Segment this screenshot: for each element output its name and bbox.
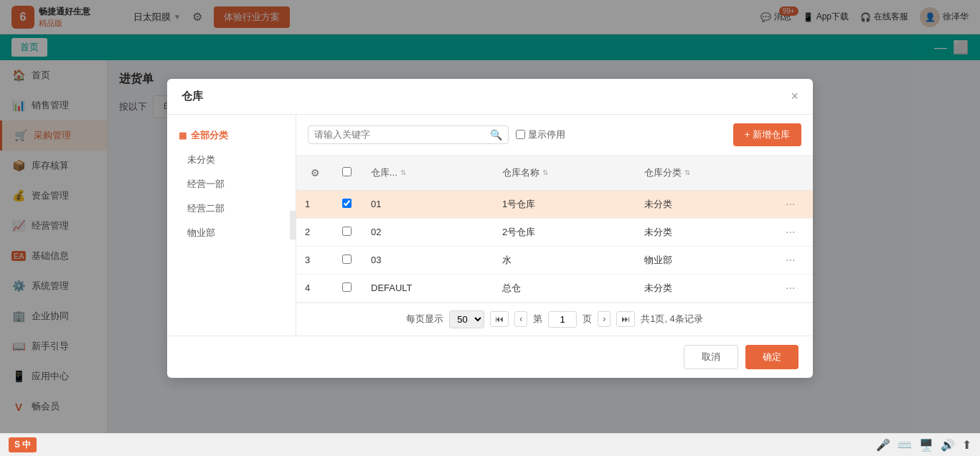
th-settings: ⚙ xyxy=(296,156,334,191)
th-actions xyxy=(777,156,813,191)
table-header-row: ⚙ 仓库... ⇅ xyxy=(296,156,813,191)
bottom-icons: 🎤 ⌨️ 🖥️ 🔊 ⬆ xyxy=(876,438,971,452)
volume-icon[interactable]: 🔊 xyxy=(941,438,955,452)
modal-sidebar-item-unclassified[interactable]: 未分类 xyxy=(167,148,296,172)
cell-index: 3 xyxy=(296,246,334,274)
th-code-label: 仓库... xyxy=(371,166,397,179)
mic-icon[interactable]: 🎤 xyxy=(876,438,890,452)
cell-category: 未分类 xyxy=(636,274,778,302)
sort-icon-name: ⇅ xyxy=(542,168,548,176)
modal-sidebar-header[interactable]: ▦ 全部分类 xyxy=(167,123,296,148)
confirm-button[interactable]: 确定 xyxy=(745,345,798,369)
modal-sidebar-item-dept2[interactable]: 经营二部 xyxy=(167,196,296,221)
modal-close-button[interactable]: × xyxy=(791,89,798,104)
cell-code: 02 xyxy=(362,218,494,246)
cell-more[interactable]: ··· xyxy=(777,274,813,302)
th-category-label: 仓库分类 xyxy=(644,166,682,179)
row-checkbox[interactable] xyxy=(342,199,352,208)
cell-code: 03 xyxy=(362,246,494,274)
th-code: 仓库... ⇅ xyxy=(362,156,494,191)
row-more-icon[interactable]: ··· xyxy=(786,226,795,238)
th-name: 仓库名称 ⇅ xyxy=(494,156,635,191)
modal-pagination: 每页显示 50 ⏮ ‹ 第 1 页 › ⏭ 共1页, 4条记录 xyxy=(296,303,813,336)
page-label: 页 xyxy=(583,313,592,326)
cell-code: 01 xyxy=(362,190,494,218)
modal-sidebar-item-dept1[interactable]: 经营一部 xyxy=(167,172,296,196)
cell-checkbox[interactable] xyxy=(334,274,362,302)
cell-category: 未分类 xyxy=(636,190,778,218)
upload-icon[interactable]: ⬆ xyxy=(962,438,971,452)
cancel-button[interactable]: 取消 xyxy=(684,345,738,369)
total-label: 共1页, 4条记录 xyxy=(641,313,703,326)
next-page-button[interactable]: › xyxy=(598,311,611,327)
show-disabled-label: 显示停用 xyxy=(528,128,565,141)
cell-category: 未分类 xyxy=(636,218,778,246)
modal-sidebar-item-property[interactable]: 物业部 xyxy=(167,221,296,245)
gear-settings-icon[interactable]: ⚙ xyxy=(305,163,325,183)
first-page-button[interactable]: ⏮ xyxy=(490,311,509,327)
modal-toolbar: 🔍 显示停用 + 新增仓库 xyxy=(296,115,813,156)
warehouse-modal: 仓库 × ▦ 全部分类 未分类 经营一部 经营二部 物业部 《 xyxy=(167,79,813,378)
search-icon[interactable]: 🔍 xyxy=(490,129,502,141)
select-all-checkbox[interactable] xyxy=(342,167,352,176)
bottom-logo: S 中 xyxy=(9,437,37,452)
cell-more[interactable]: ··· xyxy=(777,218,813,246)
per-page-select[interactable]: 50 xyxy=(449,310,484,328)
table-body: 1 01 1号仓库 未分类 ··· 2 02 2号仓库 未分类 ··· 3 03… xyxy=(296,190,813,302)
cell-index: 2 xyxy=(296,218,334,246)
th-checkbox xyxy=(334,156,362,191)
row-more-icon[interactable]: ··· xyxy=(786,198,795,210)
keyboard-icon[interactable]: ⌨️ xyxy=(897,438,912,452)
modal-header: 仓库 × xyxy=(167,79,813,115)
warehouse-table: ⚙ 仓库... ⇅ xyxy=(296,156,813,303)
cell-code: DEFAULT xyxy=(362,274,494,302)
search-input[interactable] xyxy=(314,129,486,140)
modal-main: 🔍 显示停用 + 新增仓库 ⚙ xyxy=(296,115,813,336)
table-row[interactable]: 4 DEFAULT 总仓 未分类 ··· xyxy=(296,274,813,302)
row-checkbox[interactable] xyxy=(342,227,352,236)
modal-footer: 取消 确定 xyxy=(167,336,813,378)
th-name-label: 仓库名称 xyxy=(502,166,540,179)
cell-index: 4 xyxy=(296,274,334,302)
modal-overlay: 仓库 × ▦ 全部分类 未分类 经营一部 经营二部 物业部 《 xyxy=(0,0,980,456)
cell-more[interactable]: ··· xyxy=(777,190,813,218)
sort-icon-code: ⇅ xyxy=(400,168,406,176)
cell-name: 总仓 xyxy=(494,274,635,302)
page-input[interactable]: 1 xyxy=(548,311,577,328)
modal-search-box[interactable]: 🔍 xyxy=(308,125,509,144)
prev-page-button[interactable]: ‹ xyxy=(514,311,527,327)
table-row[interactable]: 1 01 1号仓库 未分类 ··· xyxy=(296,190,813,218)
cell-name: 水 xyxy=(494,246,635,274)
warehouse-table-wrap: ⚙ 仓库... ⇅ xyxy=(296,156,813,303)
table-row[interactable]: 2 02 2号仓库 未分类 ··· xyxy=(296,218,813,246)
cell-index: 1 xyxy=(296,190,334,218)
display-icon[interactable]: 🖥️ xyxy=(919,438,933,452)
bottom-bar: S 中 🎤 ⌨️ 🖥️ 🔊 ⬆ xyxy=(0,433,980,456)
cell-more[interactable]: ··· xyxy=(777,246,813,274)
modal-body: ▦ 全部分类 未分类 经营一部 经营二部 物业部 《 🔍 xyxy=(167,115,813,336)
modal-sidebar: ▦ 全部分类 未分类 经营一部 经营二部 物业部 《 xyxy=(167,115,296,336)
row-checkbox[interactable] xyxy=(342,282,352,292)
last-page-button[interactable]: ⏭ xyxy=(616,311,635,327)
show-disabled-checkbox-label[interactable]: 显示停用 xyxy=(516,128,565,141)
table-row[interactable]: 3 03 水 物业部 ··· xyxy=(296,246,813,274)
cell-name: 2号仓库 xyxy=(494,218,635,246)
cell-checkbox[interactable] xyxy=(334,190,362,218)
row-more-icon[interactable]: ··· xyxy=(786,254,795,266)
page-label-pre: 第 xyxy=(533,313,542,326)
sort-icon-category: ⇅ xyxy=(684,168,690,176)
sidebar-collapse-button[interactable]: 《 xyxy=(290,211,296,239)
modal-sidebar-title: 全部分类 xyxy=(191,129,228,142)
cell-category: 物业部 xyxy=(636,246,778,274)
th-category: 仓库分类 ⇅ xyxy=(636,156,778,191)
cell-checkbox[interactable] xyxy=(334,218,362,246)
per-page-label: 每页显示 xyxy=(406,313,443,326)
cell-name: 1号仓库 xyxy=(494,190,635,218)
cell-checkbox[interactable] xyxy=(334,246,362,274)
row-checkbox[interactable] xyxy=(342,255,352,264)
add-warehouse-button[interactable]: + 新增仓库 xyxy=(733,123,801,146)
modal-title: 仓库 xyxy=(182,90,203,103)
grid-icon: ▦ xyxy=(179,130,187,141)
show-disabled-checkbox[interactable] xyxy=(516,130,525,139)
row-more-icon[interactable]: ··· xyxy=(786,282,795,294)
